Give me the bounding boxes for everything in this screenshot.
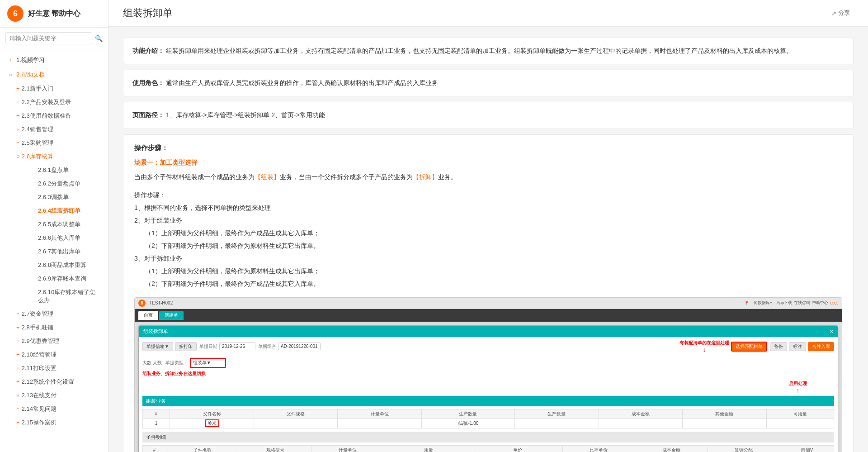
td-unit <box>338 419 422 428</box>
ss-type-selector: 大数 人数 单据类型： 组装单▼ <box>142 356 834 370</box>
intro-text: 组装拆卸单用来处理企业组装或拆卸等加工业务，支持有固定装配清单的产品加工业务，也… <box>166 47 793 54</box>
sidebar: 6 好生意 帮助中心 🔍 + 1.视频学习 ○ 2.帮助文档 +2.1新手入门 … <box>0 0 108 452</box>
sidebar-item-s211[interactable]: +2.11打印设置 <box>0 362 108 375</box>
ss-btn-save: 多打印 <box>175 342 197 351</box>
step2-sub1: （1）上部明细为父件明细，最终作为产成品生成其它入库单； <box>145 227 842 239</box>
ss-type-field: 单据类型： 组装单▼ <box>165 358 226 368</box>
ss-window-actions: ✕ <box>830 329 833 334</box>
sidebar-item-video[interactable]: + 1.视频学习 <box>0 53 108 67</box>
share-icon: ↗ <box>831 10 836 17</box>
ss-date-field: 单据日期 2019-12-26 <box>199 343 255 350</box>
ss-icon3: 在线咨询 <box>794 300 810 306</box>
ss-annotation4-area: 启用处理 ↑ <box>142 381 834 394</box>
bth-addv: 附加V <box>780 445 834 452</box>
sidebar-item-s24[interactable]: +2.4销售管理 <box>0 123 108 136</box>
ss-toolbar-row1: 单据信箱▼ 多打印 单据日期 2019-12-26 单据组合 <box>142 340 834 353</box>
main-header: 组装拆卸单 ↗ 分享 <box>108 0 868 27</box>
role-card: 使用角色： 通常由生产人员或库管人员完成拆装业务的操作，库管人员确认原材料的出库… <box>123 70 854 96</box>
ss-match-btn: 选择匹配料单 <box>731 342 767 352</box>
ss-bottom-label: 子件明细 <box>146 434 166 440</box>
sidebar-item-s269[interactable]: 2.6.9库存账本查询 <box>22 272 108 285</box>
role-text: 通常由生产人员或库管人员完成拆装业务的操作，库管人员确认原材料的出库和产成品的入… <box>166 79 438 86</box>
sidebar-nav: + 1.视频学习 ○ 2.帮助文档 +2.1新手入门 +2.2产品安装及登录 +… <box>0 49 108 452</box>
sidebar-item-s23[interactable]: +2.3使用前数据准备 <box>0 109 108 123</box>
sidebar-item-label: 1.视频学习 <box>16 56 45 64</box>
sidebar-item-s267[interactable]: 2.6.7其他出库单 <box>22 245 108 258</box>
th-avail: 可用量 <box>766 409 834 419</box>
sidebar-item-s28[interactable]: +2.8手机旺铺 <box>0 321 108 334</box>
sidebar-item-s261[interactable]: 2.6.1盘点单 <box>22 163 108 177</box>
bth-name: 子件名称 <box>166 445 239 452</box>
ss-title: TEST-H002 <box>149 300 173 305</box>
steps-section: 操作步骤： 场景一：加工类型选择 当由多个子件材料组装成一个成品的业务为【组装】… <box>123 134 854 452</box>
table-row: 1 关米 低/低-1.00 <box>143 419 834 428</box>
ss-annotation3-label: 组装业务、拆卸业务在这里切换 <box>142 371 206 377</box>
sidebar-item-s215[interactable]: +2.15操作案例 <box>0 416 108 429</box>
share-button[interactable]: ↗ 分享 <box>828 7 854 19</box>
sidebar-item-docs[interactable]: ○ 2.帮助文档 <box>0 67 108 82</box>
intro-card: 功能介绍： 组装拆卸单用来处理企业组装或拆卸等加工业务，支持有固定装配清单的产品… <box>123 38 854 64</box>
sidebar-item-s263[interactable]: 2.6.3调拨单 <box>22 190 108 204</box>
ss-action-btns: 单据信箱▼ 多打印 <box>142 342 197 351</box>
arrow-down1: ↓ <box>703 346 706 353</box>
ss-modal-window: 组装拆卸单 ✕ 单据信箱▼ 多打印 <box>138 325 838 452</box>
sidebar-item-s212[interactable]: +2.12系统个性化设置 <box>0 375 108 389</box>
screenshot-topbar: 6 TEST-H002 📍 同数据库+ App下载 在线咨询 帮助中心 C.C. <box>135 298 842 309</box>
scenario1-title: 场景一：加工类型选择 <box>134 159 842 167</box>
screenshot-tabbar: 自页 新建单 <box>135 309 842 322</box>
sidebar-item-s22[interactable]: +2.2产品安装及登录 <box>0 95 108 109</box>
main-content: 组装拆卸单 ↗ 分享 功能介绍： 组装拆卸单用来处理企业组装或拆卸等加工业务，支… <box>108 0 868 452</box>
sidebar-header: 6 好生意 帮助中心 <box>0 0 108 28</box>
th-prod-qty: 生产数量 <box>422 409 515 419</box>
ss-icon4: 帮助中心 <box>812 300 828 306</box>
ops-steps-subtitle: 操作步骤： <box>134 189 842 201</box>
sidebar-item-s21[interactable]: +2.1新手入门 <box>0 82 108 95</box>
ss-tab-home: 自页 <box>138 311 158 320</box>
ss-close[interactable]: ✕ <box>830 329 833 334</box>
bth-qty: 用量 <box>384 445 473 452</box>
sidebar-item-s26[interactable]: ○2.6库存核算 <box>0 150 108 163</box>
step3-indent: （1）上部明细为父件明细，最终作为原材料生成其它出库单； （2）下部明细为子件明… <box>134 265 842 290</box>
app-title: 好生意 帮助中心 <box>28 9 80 19</box>
step3-sub1: （1）上部明细为父件明细，最终作为原材料生成其它出库单； <box>145 265 842 277</box>
sidebar-item-s264[interactable]: 2.6.4组装拆卸单 <box>22 204 108 218</box>
td-other-val <box>683 419 767 428</box>
search-input[interactable] <box>5 32 92 44</box>
sidebar-item-s268[interactable]: 2.6.8商品成本重算 <box>22 258 108 272</box>
sidebar-item-s265[interactable]: 2.6.5成本调整单 <box>22 218 108 231</box>
sidebar-item-s29[interactable]: +2.9优惠券管理 <box>0 334 108 348</box>
ss-top-table: # 父件名称 父件规格 计量单位 生产数量 生产数量 成本金额 其他金额 可用量 <box>142 409 834 428</box>
search-button[interactable]: 🔍 <box>95 35 103 42</box>
ss-annotation4-label: 启用处理 <box>789 381 807 387</box>
sidebar-item-s262[interactable]: 2.6.2分量盘点单 <box>22 177 108 190</box>
th-parent-spec: 父件规格 <box>254 409 338 419</box>
ss-btn2: 标注 <box>789 342 806 351</box>
bth-ratio: 比率单价 <box>562 445 635 452</box>
sidebar-item-s214[interactable]: +2.14常见问题 <box>0 402 108 416</box>
step2: 2、对于组装业务 <box>134 214 842 227</box>
search-box: 🔍 <box>0 28 108 49</box>
ss-btn3: 合并入库 <box>808 342 834 351</box>
ss-top-section-label: 组装业务 <box>146 398 166 404</box>
page-title: 组装拆卸单 <box>123 6 173 20</box>
arrow-down4: ↑ <box>797 387 800 394</box>
ss-annotation4-group: 启用处理 ↑ <box>789 381 807 394</box>
ss-icon1: 📍 <box>744 301 749 305</box>
sidebar-item-s266[interactable]: 2.6.6其他入库单 <box>22 231 108 245</box>
path-label: 页面路径： <box>132 111 164 119</box>
th-parent-name: 父件名称 <box>170 409 254 419</box>
sidebar-item-s2610[interactable]: 2.6.10库存账本错了怎么办 <box>22 285 108 307</box>
bth-alloc: 算调分配 <box>708 445 780 452</box>
sidebar-item-s213[interactable]: +2.13在线支付 <box>0 389 108 402</box>
ss-logo: 6 <box>138 300 146 307</box>
ss-window-body: 单据信箱▼ 多打印 单据日期 2019-12-26 单据组合 <box>139 337 838 452</box>
ss-right-btns: 备份 标注 合并入库 <box>770 342 834 351</box>
ops-title: 操作步骤： <box>134 144 842 152</box>
sidebar-item-s25[interactable]: +2.5采购管理 <box>0 136 108 150</box>
td-cost-val <box>599 419 683 428</box>
ss-type-input: 组装单▼ <box>190 358 226 368</box>
ss-biz-input: AD-20191226-001 <box>278 343 321 350</box>
td-avail-val <box>766 419 834 428</box>
sidebar-item-s210[interactable]: +2.10经营管理 <box>0 348 108 362</box>
sidebar-item-s27[interactable]: +2.7资金管理 <box>0 307 108 321</box>
